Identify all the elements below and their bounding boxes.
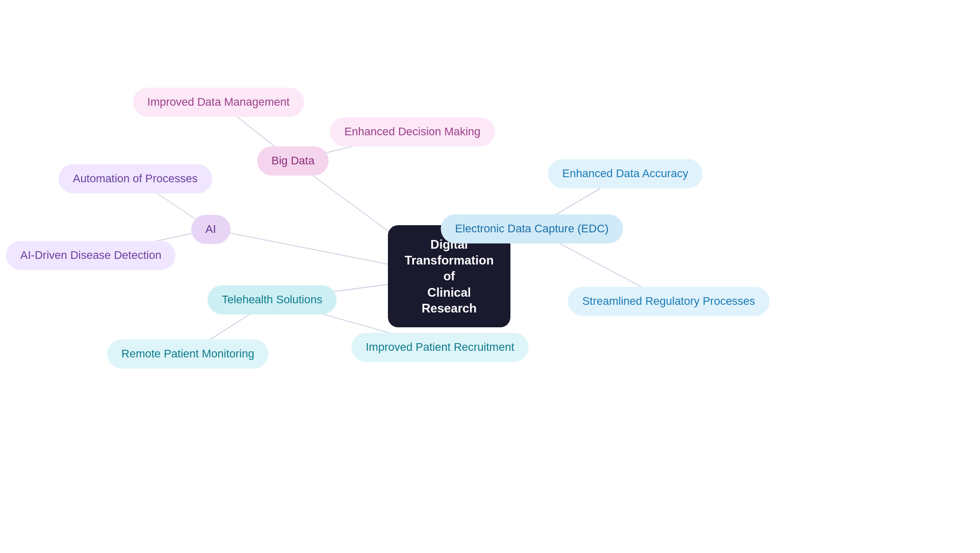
node-automation[interactable]: Automation of Processes [59,164,212,194]
mindmap-container: Digital Transformation of Clinical Resea… [0,0,980,553]
node-enhanced-decision[interactable]: Enhanced Decision Making [330,117,495,147]
node-improved-recruitment[interactable]: Improved Patient Recruitment [351,333,528,362]
node-streamlined[interactable]: Streamlined Regulatory Processes [568,287,770,316]
node-improved-data[interactable]: Improved Data Management [133,88,304,117]
node-bigdata[interactable]: Big Data [257,147,329,176]
node-ai[interactable]: AI [191,215,231,244]
node-remote-patient[interactable]: Remote Patient Monitoring [107,340,268,369]
node-telehealth[interactable]: Telehealth Solutions [208,285,337,315]
node-edc[interactable]: Electronic Data Capture (EDC) [441,214,623,244]
node-ai-disease[interactable]: AI-Driven Disease Detection [6,241,176,270]
node-enhanced-accuracy[interactable]: Enhanced Data Accuracy [548,159,702,188]
